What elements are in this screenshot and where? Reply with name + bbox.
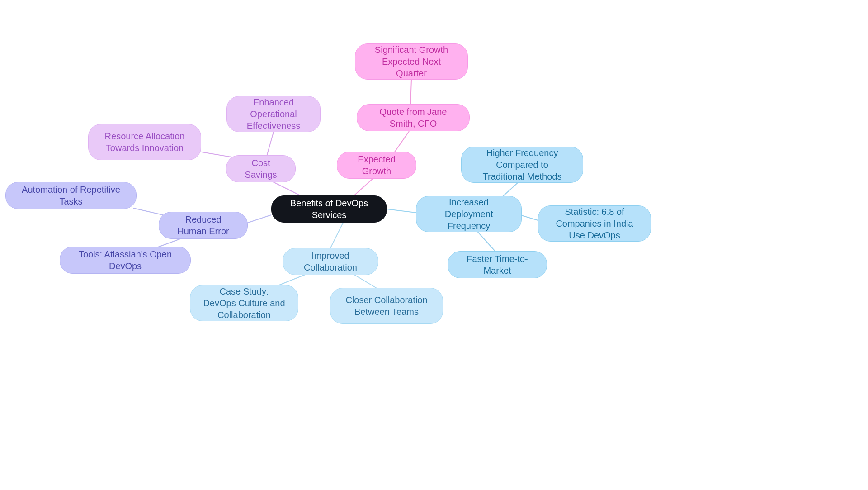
leaf-deploy-faster: Faster Time-to-Market [448, 251, 547, 278]
leaf-deploy-stat: Statistic: 6.8 of Companies in India Use… [538, 205, 651, 242]
leaf-collab-closer: Closer Collaboration Between Teams [330, 288, 443, 324]
branch-cost: Cost Savings [226, 155, 296, 182]
leaf-growth-quote: Quote from Jane Smith, CFO [357, 104, 470, 131]
leaf-growth-signif: Significant Growth Expected Next Quarter [355, 43, 468, 80]
leaf-error-tools: Tools: Atlassian's Open DevOps [60, 247, 191, 274]
branch-error: Reduced Human Error [159, 212, 248, 239]
leaf-deploy-higher: Higher Frequency Compared to Traditional… [461, 147, 583, 183]
branch-growth: Expected Growth [337, 152, 416, 179]
leaf-collab-case: Case Study: DevOps Culture and Collabora… [190, 285, 298, 321]
center-node: Benefits of DevOps Services [271, 195, 387, 223]
branch-deploy: Increased Deployment Frequency [416, 196, 522, 232]
branch-collab: Improved Collaboration [283, 248, 378, 275]
leaf-cost-enhanced: Enhanced Operational Effectiveness [226, 96, 321, 132]
leaf-cost-resource: Resource Allocation Towards Innovation [88, 124, 201, 160]
leaf-error-auto: Automation of Repetitive Tasks [5, 182, 137, 209]
